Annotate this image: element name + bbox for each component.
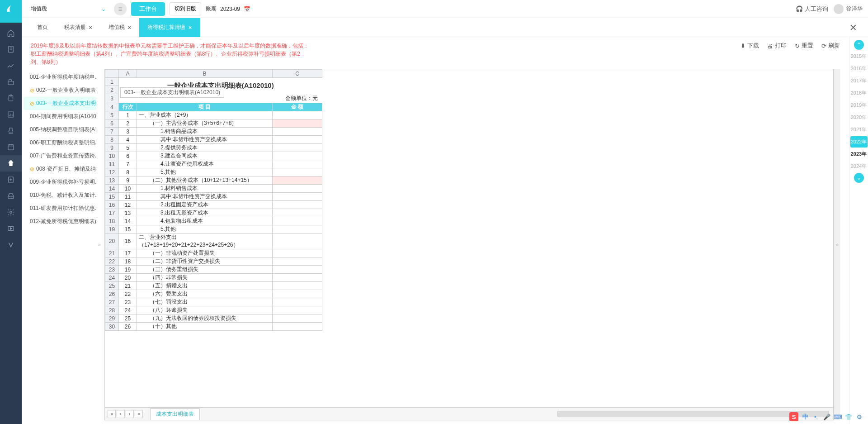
- amount-cell[interactable]: [273, 323, 322, 331]
- ime-punct-icon[interactable]: •,: [812, 413, 820, 421]
- col-header-A[interactable]: A: [119, 70, 137, 78]
- item-cell[interactable]: （九）无法收回的债券股权投资损失: [137, 314, 273, 323]
- seq-cell[interactable]: 11: [119, 193, 137, 201]
- row-header[interactable]: 17: [105, 209, 119, 217]
- switch-old-button[interactable]: 切到旧版: [170, 2, 201, 15]
- form-item-9[interactable]: 010-免税、减计收入及加计...: [24, 189, 96, 202]
- nav-doc-icon[interactable]: [0, 41, 22, 57]
- seq-cell[interactable]: 10: [119, 185, 137, 193]
- amount-cell[interactable]: [273, 233, 322, 249]
- sheet-nav-prev[interactable]: ‹: [117, 410, 125, 418]
- row-header[interactable]: 19: [105, 225, 119, 233]
- nav-export-icon[interactable]: [0, 172, 22, 188]
- item-cell[interactable]: 5.其他: [137, 225, 273, 233]
- item-cell[interactable]: （二）其他业务成本（10+12+13+14+15）: [137, 176, 273, 185]
- app-logo[interactable]: [0, 0, 22, 18]
- seq-cell[interactable]: 18: [119, 257, 137, 266]
- item-cell[interactable]: 3.建造合同成本: [137, 152, 273, 160]
- row-header[interactable]: 1: [105, 78, 119, 86]
- year-2020年[interactable]: 2020年: [850, 112, 868, 123]
- amount-cell[interactable]: [273, 290, 322, 298]
- seq-cell[interactable]: 13: [119, 209, 137, 217]
- row-header[interactable]: 8: [105, 136, 119, 144]
- reset-action[interactable]: ↻重置: [795, 42, 813, 50]
- item-cell[interactable]: 其中:非货币性资产交换成本: [137, 193, 273, 201]
- nav-stamp-icon[interactable]: [0, 123, 22, 139]
- amount-cell[interactable]: [273, 314, 322, 323]
- amount-cell[interactable]: [273, 257, 322, 266]
- tabs-close-all[interactable]: ✕: [846, 22, 861, 33]
- item-cell[interactable]: （四）非常损失: [137, 274, 273, 282]
- item-cell[interactable]: （六）赞助支出: [137, 290, 273, 298]
- amount-cell[interactable]: [273, 282, 322, 290]
- amount-cell[interactable]: [273, 209, 322, 217]
- nav-calendar-icon[interactable]: [0, 139, 22, 155]
- form-item-4[interactable]: 005-纳税调整项目明细表(A1...: [24, 123, 96, 136]
- item-cell[interactable]: 4.让渡资产使用权成本: [137, 160, 273, 168]
- row-header[interactable]: 3: [105, 94, 119, 103]
- row-header[interactable]: 30: [105, 323, 119, 331]
- item-cell[interactable]: 4.包装物出租成本: [137, 217, 273, 225]
- item-cell[interactable]: 3.出租无形资产成本: [137, 209, 273, 217]
- seq-cell[interactable]: 6: [119, 152, 137, 160]
- item-cell[interactable]: （一）主营业务成本（3+5+6+7+8）: [137, 119, 273, 128]
- amount-cell[interactable]: [273, 249, 322, 257]
- item-cell[interactable]: 一、营业成本（2+9）: [137, 111, 273, 119]
- ime-lang[interactable]: 中: [801, 413, 809, 421]
- nav-report-icon[interactable]: [0, 106, 22, 123]
- nav-chart-icon[interactable]: [0, 57, 22, 74]
- item-cell[interactable]: 2.出租固定资产成本: [137, 201, 273, 209]
- year-2023年[interactable]: 2023年: [850, 148, 868, 160]
- sheet-body[interactable]: ABC1一般企业成本支出明细表(A102010)23金额单位：元4行次项 目金 …: [105, 69, 833, 407]
- seq-cell[interactable]: 25: [119, 314, 137, 323]
- row-header[interactable]: 9: [105, 144, 119, 152]
- refresh-action[interactable]: ⟳刷新: [821, 42, 840, 50]
- amount-cell[interactable]: [273, 136, 322, 144]
- tab-0[interactable]: 首页: [29, 18, 56, 37]
- amount-cell[interactable]: [273, 176, 322, 185]
- nav-clipboard-icon[interactable]: [0, 90, 22, 106]
- consult-link[interactable]: 🎧 人工咨询: [796, 5, 828, 13]
- nav-settings-icon[interactable]: [0, 204, 22, 220]
- nav-video-icon[interactable]: [0, 220, 22, 237]
- collapse-handle[interactable]: «: [96, 69, 103, 420]
- item-cell[interactable]: （五）捐赠支出: [137, 282, 273, 290]
- seq-cell[interactable]: 23: [119, 298, 137, 306]
- row-header[interactable]: 11: [105, 160, 119, 168]
- item-cell[interactable]: （二）非货币性资产交换损失: [137, 257, 273, 266]
- row-header[interactable]: 5: [105, 111, 119, 119]
- amount-cell[interactable]: [273, 306, 322, 314]
- amount-cell[interactable]: [273, 128, 322, 136]
- ime-tool-icon[interactable]: ⚙: [855, 413, 863, 421]
- year-2021年[interactable]: 2021年: [850, 124, 868, 135]
- form-item-8[interactable]: 009-企业所得税弥补亏损明...: [24, 176, 96, 189]
- seq-cell[interactable]: 2: [119, 119, 137, 128]
- item-cell[interactable]: 二、营业外支出（17+18+19+20+21+22+23+24+25+26）: [137, 233, 273, 249]
- ime-skin-icon[interactable]: 👕: [844, 413, 853, 421]
- print-action[interactable]: 🖨打印: [767, 42, 787, 50]
- nav-inbox-icon[interactable]: [0, 188, 22, 204]
- form-item-10[interactable]: 011-研发费用加计扣除优惠...: [24, 202, 96, 215]
- form-item-0[interactable]: 001-企业所得税年度纳税申...: [24, 71, 96, 84]
- year-down-button[interactable]: ⌄: [854, 173, 864, 183]
- row-header[interactable]: 23: [105, 266, 119, 274]
- item-cell[interactable]: 1.销售商品成本: [137, 128, 273, 136]
- year-2019年[interactable]: 2019年: [850, 100, 868, 111]
- form-item-1[interactable]: ⊘002-一般企业收入明细表(A...: [24, 84, 96, 97]
- amount-cell[interactable]: [273, 160, 322, 168]
- year-2016年[interactable]: 2016年: [850, 63, 868, 74]
- seq-cell[interactable]: 8: [119, 168, 137, 176]
- amount-cell[interactable]: [273, 144, 322, 152]
- sheet-tab[interactable]: 成本支出明细表: [150, 408, 200, 420]
- seq-cell[interactable]: 3: [119, 128, 137, 136]
- row-header[interactable]: 7: [105, 128, 119, 136]
- workbench-button[interactable]: 工作台: [131, 2, 165, 16]
- row-header[interactable]: 29: [105, 314, 119, 323]
- item-cell[interactable]: （十）其他: [137, 323, 273, 331]
- form-item-3[interactable]: 004-期间费用明细表(A1040...: [24, 110, 96, 123]
- nav-v-icon[interactable]: [0, 237, 22, 253]
- row-header[interactable]: 13: [105, 176, 119, 185]
- close-icon[interactable]: ×: [89, 24, 92, 31]
- row-header[interactable]: 12: [105, 168, 119, 176]
- year-2024年[interactable]: 2024年: [850, 161, 868, 172]
